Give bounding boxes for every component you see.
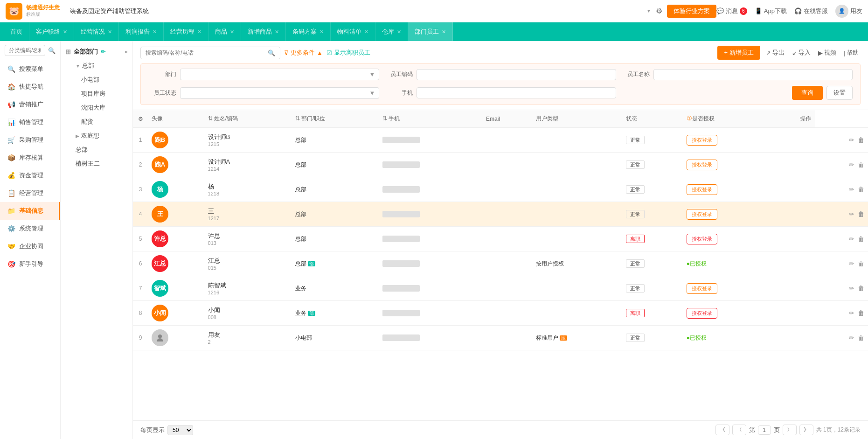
auth-button[interactable]: 授权登录 <box>687 184 717 195</box>
sidebar-item-system[interactable]: ⚙️系统管理 <box>0 220 60 237</box>
import-button[interactable]: ↙ 导入 <box>790 49 812 57</box>
auth-button[interactable]: 授权登录 <box>687 209 717 220</box>
sidebar-item-guide[interactable]: 🎯新手引导 <box>0 255 60 273</box>
dept-item-zhishu[interactable]: 植树王二 <box>66 157 132 171</box>
delete-button[interactable]: 🗑 <box>858 186 864 193</box>
edit-button[interactable]: ✏ <box>849 235 854 243</box>
tab-history[interactable]: 经营历程 ✕ <box>164 22 208 41</box>
col-phone[interactable]: ⇅ 手机 <box>379 110 483 128</box>
dept-item-shuangtingxiang[interactable]: ▶ 双庭想 <box>66 129 132 143</box>
tab-new-goods[interactable]: 新增商品 ✕ <box>241 22 286 41</box>
edit-button[interactable]: ✏ <box>849 161 854 168</box>
sidebar-item-collab[interactable]: 🤝企业协同 <box>0 237 60 255</box>
query-button[interactable]: 查询 <box>792 86 823 100</box>
sidebar-search-icon[interactable]: 🔍 <box>48 47 56 54</box>
try-industry-button[interactable]: 体验行业方案 <box>667 5 716 18</box>
sidebar-item-inventory[interactable]: 📦库存核算 <box>0 149 60 167</box>
sidebar-item-quicknav[interactable]: 🏠快捷导航 <box>0 78 60 96</box>
sidebar-item-search[interactable]: 🔍搜索菜单 <box>0 60 60 78</box>
last-page-button[interactable]: 》 <box>799 425 813 435</box>
tab-close-bom[interactable]: ✕ <box>364 29 368 35</box>
search-input[interactable] <box>146 49 265 56</box>
dept-item-zongbu-expand[interactable]: ▼ 总部 <box>66 59 132 73</box>
sidebar-item-business[interactable]: 📋经营管理 <box>0 184 60 202</box>
tab-close-customer[interactable]: ✕ <box>63 29 67 35</box>
auth-button[interactable]: 授权登录 <box>687 234 717 244</box>
delete-button[interactable]: 🗑 <box>858 285 864 292</box>
delete-button[interactable]: 🗑 <box>858 210 864 218</box>
support-button[interactable]: 🎧 在线客服 <box>794 7 828 15</box>
sidebar-item-purchase[interactable]: 🛒采购管理 <box>0 131 60 149</box>
phone-input[interactable] <box>417 87 616 98</box>
tab-goods[interactable]: 商品 ✕ <box>208 22 241 41</box>
prev-page-button[interactable]: 〈 <box>732 425 746 435</box>
dept-item-zongbu2[interactable]: 总部 <box>66 143 132 157</box>
delete-button[interactable]: 🗑 <box>858 260 864 267</box>
employee-name-input[interactable] <box>653 69 853 80</box>
dept-collapse-icon[interactable]: « <box>125 49 128 55</box>
tab-close-barcode[interactable]: ✕ <box>319 29 324 35</box>
tab-close-employees[interactable]: ✕ <box>442 29 446 35</box>
employee-code-input[interactable] <box>417 69 616 80</box>
dept-item-peihuo[interactable]: 配货 <box>66 115 132 129</box>
auth-button[interactable]: 授权登录 <box>687 160 717 170</box>
tab-barcode[interactable]: 条码方案 ✕ <box>286 22 331 41</box>
dept-filter-select[interactable]: ▼ <box>180 69 379 80</box>
tab-close-warehouse[interactable]: ✕ <box>397 29 401 35</box>
help-button[interactable]: | 帮助 <box>842 49 861 57</box>
dept-item-xiaodibu[interactable]: 小电部 <box>66 73 132 87</box>
tab-close-operation[interactable]: ✕ <box>108 29 112 35</box>
edit-button[interactable]: ✏ <box>849 260 854 267</box>
sidebar-item-finance[interactable]: 💰资金管理 <box>0 167 60 184</box>
tab-customer[interactable]: 客户联络 ✕ <box>29 22 74 41</box>
tab-close-goods[interactable]: ✕ <box>230 29 234 35</box>
next-page-button[interactable]: 〉 <box>783 425 797 435</box>
col-dept-position[interactable]: ⇅ 部门/职位 <box>292 110 379 128</box>
system-dropdown-arrow[interactable]: ▼ <box>646 8 651 14</box>
tab-home[interactable]: 首页 <box>4 22 29 41</box>
tab-bom[interactable]: 物料清单 ✕ <box>331 22 375 41</box>
dept-edit-icon[interactable]: ✏ <box>101 49 105 55</box>
sidebar-item-marketing[interactable]: 📢营销推广 <box>0 96 60 113</box>
edit-button[interactable]: ✏ <box>849 136 854 144</box>
user-button[interactable]: 👤 用友 <box>835 5 862 18</box>
sidebar-item-sales[interactable]: 📊销售管理 <box>0 113 60 131</box>
view-button[interactable]: ▶ 视频 <box>816 49 838 57</box>
delete-button[interactable]: 🗑 <box>858 334 864 341</box>
edit-button[interactable]: ✏ <box>849 309 854 317</box>
setting-button[interactable]: 设置 <box>826 86 853 100</box>
edit-button[interactable]: ✏ <box>849 285 854 292</box>
col-name-code[interactable]: ⇅ 姓名/编码 <box>204 110 292 128</box>
sidebar-search-input[interactable] <box>5 45 45 56</box>
edit-button[interactable]: ✏ <box>849 334 854 341</box>
dept-item-shenyang[interactable]: 沈阳大库 <box>66 101 132 115</box>
more-filter-button[interactable]: ⊽ 更多条件 ▲ <box>284 49 323 57</box>
tab-close-history[interactable]: ✕ <box>197 29 201 35</box>
tab-warehouse[interactable]: 仓库 ✕ <box>375 22 408 41</box>
delete-button[interactable]: 🗑 <box>858 235 864 243</box>
tab-operation[interactable]: 经营情况 ✕ <box>74 22 119 41</box>
per-page-select[interactable]: 50 100 <box>167 425 193 435</box>
tab-profit[interactable]: 利润报告 ✕ <box>119 22 164 41</box>
first-page-button[interactable]: 《 <box>715 425 729 435</box>
tab-close-profit[interactable]: ✕ <box>153 29 157 35</box>
tab-close-new-goods[interactable]: ✕ <box>275 29 279 35</box>
auth-button[interactable]: 授权登录 <box>687 283 717 294</box>
delete-button[interactable]: 🗑 <box>858 309 864 317</box>
search-icon[interactable]: 🔍 <box>268 49 275 56</box>
gear-icon[interactable]: ⚙ <box>656 7 662 15</box>
sidebar-item-basic[interactable]: 📁基础信息 <box>0 202 60 220</box>
add-employee-button[interactable]: + 新增员工 <box>717 46 760 60</box>
auth-button[interactable]: 授权登录 <box>687 308 717 319</box>
delete-button[interactable]: 🗑 <box>858 136 864 144</box>
edit-button[interactable]: ✏ <box>849 210 854 218</box>
app-download-button[interactable]: 📱 App下载 <box>755 7 787 15</box>
show-resigned-checkbox[interactable]: ☑ 显示离职员工 <box>326 49 370 57</box>
employee-status-select[interactable]: ▼ <box>180 87 379 99</box>
dept-item-xiangmuku[interactable]: 项目库房 <box>66 87 132 101</box>
message-button[interactable]: 💬 消息 6 <box>716 7 747 15</box>
export-button[interactable]: ↗ 导出 <box>764 49 786 57</box>
delete-button[interactable]: 🗑 <box>858 161 864 168</box>
auth-button[interactable]: 授权登录 <box>687 135 717 146</box>
edit-button[interactable]: ✏ <box>849 186 854 193</box>
